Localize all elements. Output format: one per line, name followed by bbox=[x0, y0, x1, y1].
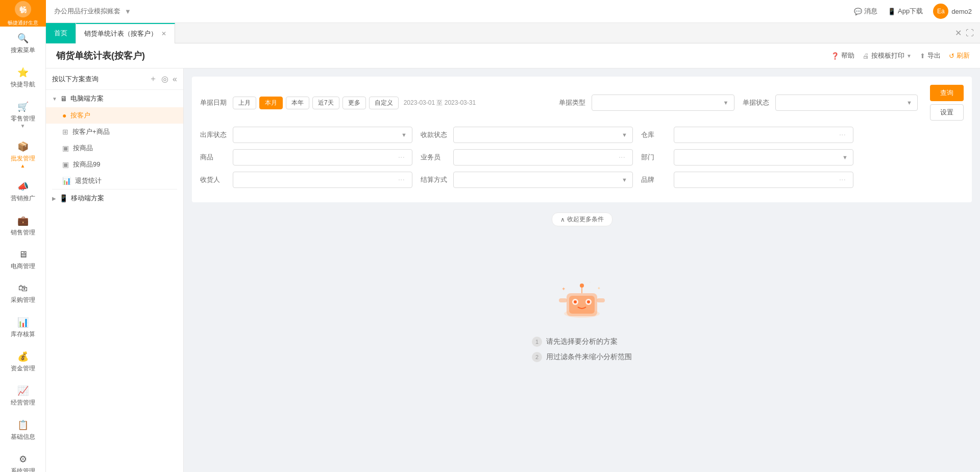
add-scheme-icon[interactable]: ＋ bbox=[149, 74, 157, 84]
scheme-group-pc-header[interactable]: ▼ 🖥 电脑端方案 bbox=[46, 90, 183, 107]
payment-status-label: 收款状态 bbox=[421, 130, 449, 139]
svg-point-8 bbox=[587, 300, 590, 303]
date-range-text: 2023-03-01 至 2023-03-31 bbox=[404, 99, 476, 107]
sales-label: 销售管理 bbox=[11, 228, 35, 237]
sidebar-item-operations[interactable]: 📈 经营管理 bbox=[0, 379, 46, 413]
tab-home[interactable]: 首页 bbox=[46, 23, 76, 43]
sidebar-item-search[interactable]: 🔍 搜索菜单 bbox=[0, 27, 46, 61]
refresh-icon: ↺ bbox=[949, 52, 954, 60]
out-status-select[interactable]: ▼ bbox=[233, 127, 412, 143]
collapse-scheme-icon[interactable]: « bbox=[173, 75, 177, 84]
sidebar-item-ecommerce[interactable]: 🖥 电商管理 bbox=[0, 243, 46, 277]
scheme-item-return-stats[interactable]: 📊 退货统计 bbox=[46, 173, 183, 189]
query-button[interactable]: 查询 bbox=[930, 85, 964, 101]
breadcrumb-arrow-icon: ▼ bbox=[125, 8, 131, 15]
sidebar-item-inventory[interactable]: 📊 库存核算 bbox=[0, 311, 46, 345]
collapse-up-icon: ∧ bbox=[560, 216, 565, 223]
warehouse-select[interactable]: ··· bbox=[674, 127, 853, 143]
scheme-group-mobile-header[interactable]: ▶ 📱 移动端方案 bbox=[46, 190, 183, 207]
user-menu[interactable]: Ea demo2 bbox=[933, 4, 972, 19]
receiver-ellipsis-icon[interactable]: ··· bbox=[396, 175, 407, 184]
query-btn-group: 查询 设置 bbox=[930, 85, 964, 121]
period-custom[interactable]: 自定义 bbox=[369, 97, 399, 109]
tab-bar: 首页 销货单统计表（按客户） ✕ ✕ ⛶ bbox=[46, 23, 980, 43]
brand-ellipsis-icon[interactable]: ··· bbox=[837, 175, 848, 184]
period-more[interactable]: 更多 bbox=[342, 97, 366, 109]
sidebar-item-finance[interactable]: 💰 资金管理 bbox=[0, 345, 46, 379]
settings-scheme-icon[interactable]: ◎ bbox=[161, 74, 168, 84]
payment-status-select[interactable]: ▼ bbox=[453, 127, 633, 143]
date-period-group: 上月 本月 本年 近7天 更多 自定义 2023-03-01 至 2023-03… bbox=[233, 97, 476, 109]
scheme-group-mobile: ▶ 📱 移动端方案 bbox=[46, 190, 183, 207]
settlement-select[interactable]: ▼ bbox=[453, 172, 633, 188]
app-download-button[interactable]: 📱 App下载 bbox=[888, 7, 923, 16]
period-this-year[interactable]: 本年 bbox=[286, 97, 309, 109]
logo-area[interactable]: 畅 畅捷通好生意 bbox=[0, 0, 46, 27]
warehouse-ellipsis-icon[interactable]: ··· bbox=[837, 130, 848, 139]
print-button[interactable]: 🖨 按模板打印 ▼ bbox=[863, 51, 912, 60]
sidebar-item-system[interactable]: ⚙ 系统管理 bbox=[0, 447, 46, 472]
period-this-month[interactable]: 本月 bbox=[259, 97, 283, 109]
by-customer-goods-icon: ⊞ bbox=[62, 128, 68, 136]
warehouse-field: 仓库 ··· bbox=[641, 127, 853, 143]
close-tab-icon[interactable]: ✕ bbox=[161, 30, 166, 37]
salesperson-ellipsis-icon[interactable]: ··· bbox=[617, 153, 627, 162]
tip-number-1: 1 bbox=[532, 337, 542, 347]
inner-content: 单据日期 上月 本月 本年 近7天 更多 自定义 2023-03-01 至 20… bbox=[184, 68, 980, 472]
sidebar-item-basic[interactable]: 📋 基础信息 bbox=[0, 413, 46, 447]
by-customer-label: 按客户 bbox=[70, 111, 90, 120]
svg-text:✦: ✦ bbox=[561, 286, 566, 292]
scheme-item-by-goods[interactable]: ▣ 按商品 bbox=[46, 140, 183, 156]
by-customer-icon: ● bbox=[62, 111, 66, 120]
breadcrumb: 办公用品行业模拟账套 bbox=[54, 7, 120, 16]
tab-sales-stats[interactable]: 销货单统计表（按客户） ✕ bbox=[76, 23, 175, 43]
page-header: 销货单统计表(按客户) ❓ 帮助 🖨 按模板打印 ▼ ⬆ 导出 ↺ 刷新 bbox=[46, 43, 980, 68]
period-last-7days[interactable]: 近7天 bbox=[312, 97, 339, 109]
basic-icon: 📋 bbox=[17, 419, 29, 431]
sidebar-item-purchase[interactable]: 🛍 采购管理 bbox=[0, 277, 46, 311]
scheme-item-by-customer-goods[interactable]: ⊞ 按客户+商品 bbox=[46, 124, 183, 140]
retail-icon: 🛒 bbox=[17, 101, 29, 112]
sidebar-item-quicknav[interactable]: ⭐ 快捷导航 bbox=[0, 61, 46, 95]
department-select[interactable]: ▼ bbox=[674, 149, 853, 166]
mobile-group-label: 移动端方案 bbox=[71, 194, 104, 203]
help-button[interactable]: ❓ 帮助 bbox=[831, 51, 854, 60]
settings-button[interactable]: 设置 bbox=[930, 104, 964, 121]
export-label: 导出 bbox=[927, 51, 941, 60]
salesperson-select[interactable]: ··· bbox=[453, 149, 633, 166]
refresh-label: 刷新 bbox=[957, 51, 970, 60]
export-button[interactable]: ⬆ 导出 bbox=[920, 51, 941, 60]
sidebar-item-retail[interactable]: 🛒 零售管理 ▼ bbox=[0, 95, 46, 135]
sidebar-item-marketing[interactable]: 📣 营销推广 bbox=[0, 175, 46, 209]
sales-icon: 💼 bbox=[17, 215, 29, 226]
tab-controls: ✕ ⛶ bbox=[955, 28, 980, 38]
scheme-item-by-customer[interactable]: ● 按客户 bbox=[46, 107, 183, 124]
brand-label: 品牌 bbox=[641, 175, 670, 184]
goods-select[interactable]: ··· bbox=[233, 149, 412, 166]
user-avatar: Ea bbox=[933, 4, 948, 19]
period-last-month[interactable]: 上月 bbox=[233, 97, 256, 109]
goods-ellipsis-icon[interactable]: ··· bbox=[396, 153, 407, 162]
sidebar-item-wholesale[interactable]: 📦 批发管理 ▲ bbox=[0, 135, 46, 175]
refresh-button[interactable]: ↺ 刷新 bbox=[949, 51, 970, 60]
doc-status-arrow-icon: ▼ bbox=[906, 100, 912, 106]
sidebar-item-sales[interactable]: 💼 销售管理 bbox=[0, 209, 46, 243]
doc-type-select[interactable]: ▼ bbox=[592, 95, 734, 111]
collapse-button[interactable]: ∧ 收起更多条件 bbox=[552, 213, 612, 226]
empty-illustration: ✦ ✦ · bbox=[551, 265, 612, 326]
message-button[interactable]: 💬 消息 bbox=[854, 7, 877, 16]
scheme-panel-actions: ＋ ◎ « bbox=[149, 74, 177, 84]
scheme-item-by-goods-99[interactable]: ▣ 按商品99 bbox=[46, 156, 183, 173]
empty-tip-2: 2 用过滤条件来缩小分析范围 bbox=[532, 352, 632, 362]
pc-group-arrow-icon: ▼ bbox=[52, 96, 57, 102]
close-window-icon[interactable]: ✕ bbox=[955, 28, 962, 38]
brand-select[interactable]: ··· bbox=[674, 172, 853, 188]
purchase-icon: 🛍 bbox=[18, 283, 28, 294]
maximize-icon[interactable]: ⛶ bbox=[966, 29, 974, 38]
goods-field: 商品 ··· bbox=[200, 149, 412, 166]
doc-status-select[interactable]: ▼ bbox=[775, 95, 918, 111]
doc-type-field: 单据类型 ▼ bbox=[559, 95, 734, 111]
system-label: 系统管理 bbox=[11, 467, 35, 472]
receiver-select[interactable]: ··· bbox=[233, 172, 412, 188]
print-icon: 🖨 bbox=[863, 52, 869, 60]
